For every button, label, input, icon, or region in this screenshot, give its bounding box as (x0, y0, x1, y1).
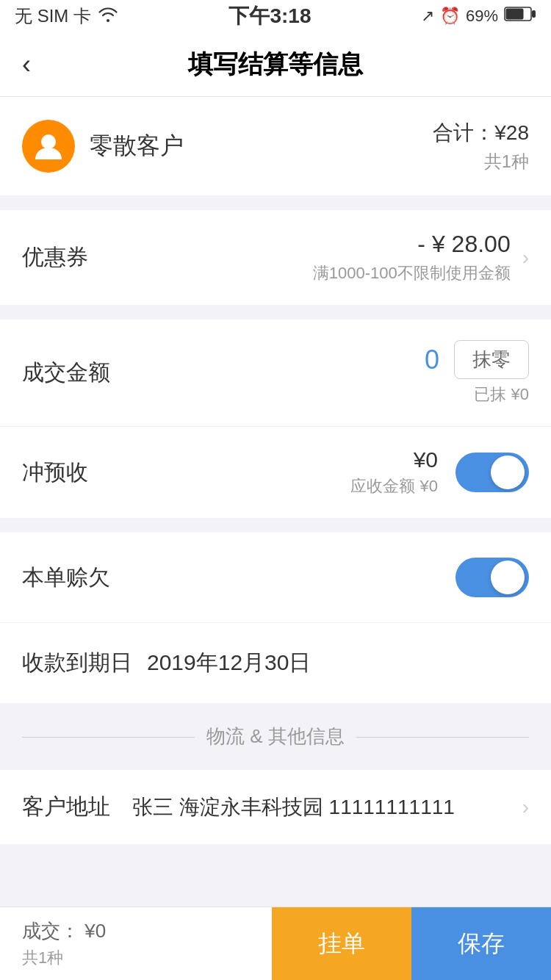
customer-row: 零散客户 合计：¥28 共1种 (0, 97, 551, 195)
customer-name: 零散客户 (90, 130, 184, 162)
nav-bar: ‹ 填写结算等信息 (0, 32, 551, 97)
debt-section: 本单赊欠 收款到期日 2019年12月30日 (0, 533, 551, 703)
transaction-row: 成交金额 0 抹零 已抹 ¥0 (0, 320, 551, 427)
bottom-bar: 成交： ¥0 共1种 挂单 保存 (0, 907, 551, 980)
coupon-row[interactable]: 优惠券 - ¥ 28.00 满1000-100不限制使用金额 › (0, 210, 551, 305)
logistics-label: 物流 & 其他信息 (195, 725, 356, 747)
coupon-amount: - ¥ 28.00 (313, 231, 511, 258)
address-label: 客户地址 (22, 792, 110, 822)
prereceive-right: ¥0 应收金额 ¥0 (350, 447, 529, 497)
wifi-icon (97, 6, 119, 26)
prereceive-row: 冲预收 ¥0 应收金额 ¥0 (0, 427, 551, 518)
transaction-input-area: 0 抹零 (425, 340, 529, 379)
carrier-label: 无 SIM 卡 (15, 4, 91, 28)
status-bar: 无 SIM 卡 下午3:18 ↗ ⏰ 69% (0, 0, 551, 32)
prereceive-toggle[interactable] (455, 453, 529, 492)
prereceive-sub: 应收金额 ¥0 (350, 475, 438, 497)
coupon-label: 优惠券 (22, 242, 88, 273)
bottom-info: 成交： ¥0 共1种 (0, 907, 272, 980)
coupon-section[interactable]: 优惠券 - ¥ 28.00 满1000-100不限制使用金额 › (0, 210, 551, 305)
debt-label: 本单赊欠 (22, 563, 110, 593)
debt-row: 本单赊欠 (0, 533, 551, 623)
save-button[interactable]: 保存 (411, 907, 551, 980)
battery-label: 69% (466, 7, 498, 26)
address-chevron-icon: › (522, 796, 529, 819)
address-section[interactable]: 客户地址 张三 海淀永丰科技园 11111111111 › (0, 770, 551, 844)
location-icon: ↗ (421, 7, 434, 26)
coupon-chevron-icon: › (522, 246, 529, 270)
status-left: 无 SIM 卡 (15, 4, 119, 28)
transaction-label: 成交金额 (22, 358, 110, 388)
pending-button[interactable]: 挂单 (272, 907, 411, 980)
back-button[interactable]: ‹ (22, 42, 38, 87)
customer-count: 共1种 (433, 150, 529, 173)
duedate-value: 2019年12月30日 (147, 648, 311, 678)
svg-point-3 (41, 134, 56, 149)
address-row[interactable]: 客户地址 张三 海淀永丰科技园 11111111111 › (0, 770, 551, 844)
prereceive-main: ¥0 (350, 447, 438, 472)
duedate-row: 收款到期日 2019年12月30日 (0, 623, 551, 703)
transaction-section: 成交金额 0 抹零 已抹 ¥0 冲预收 ¥0 应收金额 ¥0 (0, 320, 551, 518)
prereceive-values: ¥0 应收金额 ¥0 (350, 447, 438, 497)
bottom-deal-label: 成交： ¥0 (22, 918, 250, 944)
transaction-sub: 已抹 ¥0 (474, 383, 529, 406)
customer-avatar (22, 120, 75, 173)
battery-icon (504, 6, 536, 26)
svg-rect-2 (532, 10, 536, 18)
time-label: 下午3:18 (228, 2, 311, 30)
customer-info: 零散客户 (22, 120, 184, 173)
divider-2 (0, 305, 551, 320)
logistics-divider: 物流 & 其他信息 (0, 703, 551, 770)
prereceive-label: 冲预收 (22, 458, 88, 488)
transaction-value[interactable]: 0 (425, 345, 439, 375)
divider-1 (0, 195, 551, 210)
transaction-right: 0 抹零 已抹 ¥0 (425, 340, 529, 406)
page-title: 填写结算等信息 (188, 48, 363, 82)
customer-section: 零散客户 合计：¥28 共1种 (0, 97, 551, 195)
divider-3 (0, 518, 551, 533)
address-value: 张三 海淀永丰科技园 11111111111 (132, 793, 522, 821)
coupon-right: - ¥ 28.00 满1000-100不限制使用金额 › (313, 231, 529, 284)
customer-total: 合计：¥28 (433, 119, 529, 147)
debt-toggle[interactable] (455, 558, 529, 597)
round-button[interactable]: 抹零 (454, 340, 529, 379)
coupon-value-col: - ¥ 28.00 满1000-100不限制使用金额 (313, 231, 511, 284)
status-right: ↗ ⏰ 69% (421, 6, 536, 26)
svg-rect-1 (505, 9, 523, 20)
coupon-desc: 满1000-100不限制使用金额 (313, 262, 511, 284)
customer-right: 合计：¥28 共1种 (433, 119, 529, 173)
bottom-deal-count: 共1种 (22, 947, 250, 969)
alarm-icon: ⏰ (440, 7, 460, 26)
duedate-label: 收款到期日 (22, 648, 132, 678)
